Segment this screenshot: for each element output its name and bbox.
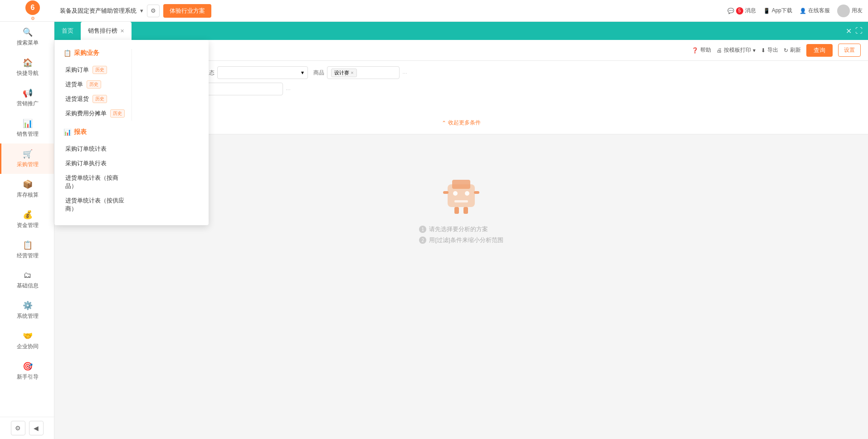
tab-home-label: 首页 [62,27,73,35]
sidebar-settings-btn[interactable]: ⚙ [11,421,25,435]
tab-bar-expand-icon[interactable]: ⛶ [855,27,863,35]
print-label: 按模板打印 [724,46,751,54]
app-download-label: App下载 [772,7,792,15]
refresh-btn[interactable]: ↻ 刷新 [784,46,801,54]
filter-document-status: 单据状态 ▾ [193,66,308,79]
goods-input[interactable]: 设计赛 × [327,66,400,79]
customer-service-item[interactable]: 👤 在线客服 [800,7,830,15]
dropdown-item-goods-receipt[interactable]: 进货单 历史 [63,77,128,92]
goods-more-dots[interactable]: ··· [402,69,407,76]
document-status-select[interactable]: ▾ [217,66,308,79]
tab-bar-right: ✕ ⛶ [846,27,868,35]
search-icon: 🔍 [23,27,33,37]
sidebar-item-quick-nav[interactable]: 🏠 快捷导航 [0,52,54,83]
message-item[interactable]: 💬 5 消息 [727,7,756,15]
sidebar-item-inventory[interactable]: 📦 库存核算 [0,174,54,204]
sidebar-item-sales[interactable]: 📊 销售管理 [0,113,54,143]
sidebar-collapse-btn[interactable]: ◀ [29,421,44,435]
salesperson-input[interactable] [201,83,283,95]
purchase-icon: 🛒 [23,149,33,159]
tab-sales-ranking[interactable]: 销售排行榜 ✕ [81,22,132,40]
purchase-section: 📋 采购业务 采购订单 历史 进货单 历史 进货退货 历史 采购费用分摊单 历史 [60,45,132,124]
empty-icon [434,171,488,216]
user-item[interactable]: 用友 [837,5,863,17]
help-icon: ❓ [692,47,698,54]
svg-point-2 [453,191,458,196]
trial-button[interactable]: 体验行业方案 [163,4,211,18]
dropdown-item-purchase-order-exec[interactable]: 采购订单执行表 [63,156,128,171]
dropdown-item-purchase-order[interactable]: 采购订单 历史 [63,63,128,77]
sidebar-item-purchase[interactable]: 🛒 采购管理 [0,143,54,174]
svg-rect-8 [463,207,468,214]
sidebar: 🔍 搜索菜单 🏠 快捷导航 📢 营销推广 📊 销售管理 🛒 采购管理 📦 库存核… [0,22,54,439]
logo-area: 6 ⚙ [5,0,60,21]
system-title: 装备及固定资产辅助管理系统 [60,7,137,15]
goods-return-label: 进货退货 [65,95,89,103]
home-icon: 🏠 [23,58,33,68]
query-button[interactable]: 查询 [806,44,833,57]
tab-close-icon[interactable]: ✕ [120,28,124,34]
customer-service-label: 在线客服 [808,7,830,15]
sidebar-label-quick-nav: 快捷导航 [17,69,39,77]
sidebar-label-guide: 新手引导 [17,373,39,381]
report-section-icon: 📊 [63,128,71,136]
report-section-title: 📊 报表 [63,128,128,136]
tab-bar-close-icon[interactable]: ✕ [846,27,852,35]
export-btn[interactable]: ⬇ 导出 [761,46,778,54]
section-divider [132,49,132,121]
sidebar-item-system[interactable]: ⚙️ 系统管理 [0,295,54,326]
header-right: 💬 5 消息 📱 App下载 👤 在线客服 用友 [727,5,863,17]
dropdown-item-goods-by-supplier[interactable]: 进货单统计表（按供应商） [63,193,128,216]
print-btn[interactable]: 🖨 按模板打印 ▾ [717,46,756,54]
sidebar-item-guide[interactable]: 🎯 新手引导 [0,356,54,386]
sidebar-item-finance[interactable]: 💰 资金管理 [0,204,54,235]
purchase-section-title: 📋 采购业务 [63,49,128,57]
refresh-icon: ↻ [784,47,788,54]
finance-icon: 💰 [23,210,33,220]
step-2-text: 用[过滤]条件来缩小分析范围 [429,236,503,244]
purchase-order-stats-label: 采购订单统计表 [65,145,107,153]
sidebar-item-marketing[interactable]: 📢 营销推广 [0,83,54,113]
tab-home[interactable]: 首页 [54,22,81,40]
goods-tag: 设计赛 × [331,69,356,77]
salesperson-more-dots[interactable]: ··· [286,86,291,93]
purchase-section-label: 采购业务 [74,49,99,57]
purchase-order-history[interactable]: 历史 [93,66,107,74]
sidebar-item-basic-info[interactable]: 🗂 基础信息 [0,265,54,295]
help-btn[interactable]: ❓ 帮助 [692,46,711,54]
collapse-label: 收起更多条件 [448,119,481,127]
basic-info-icon: 🗂 [24,271,32,280]
document-status-dropdown-icon: ▾ [301,69,304,76]
purchase-order-label: 采购订单 [65,66,89,74]
goods-tag-close[interactable]: × [351,70,353,75]
sidebar-item-operations[interactable]: 📋 经营管理 [0,235,54,265]
purchase-expense-history[interactable]: 历史 [110,109,125,118]
print-dropdown-icon: ▾ [753,47,756,54]
header-dropdown-icon[interactable]: ▾ [140,7,143,14]
header-settings-icon[interactable]: ⚙ [147,5,160,17]
purchase-order-exec-label: 采购订单执行表 [65,159,107,168]
sidebar-item-search[interactable]: 🔍 搜索菜单 [0,22,54,52]
print-icon: 🖨 [717,47,722,54]
collapse-up-icon: ⌃ [442,120,446,126]
goods-receipt-history[interactable]: 历史 [87,80,101,89]
step-1-number: 1 [419,226,426,233]
svg-rect-7 [454,207,459,214]
dropdown-item-goods-return[interactable]: 进货退货 历史 [63,92,128,106]
empty-step-2: 2 用[过滤]条件来缩小分析范围 [419,236,503,244]
sidebar-item-enterprise[interactable]: 🤝 企业协同 [0,326,54,356]
app-download-item[interactable]: 📱 App下载 [763,7,792,15]
message-icon: 💬 [727,8,734,14]
report-section: 📊 报表 采购订单统计表 采购订单执行表 进货单统计表（按商品） 进货单统计表（… [60,124,132,220]
system-icon: ⚙️ [23,301,33,311]
message-badge: 5 [736,7,743,15]
dropdown-item-purchase-expense[interactable]: 采购费用分摊单 历史 [63,106,128,121]
goods-return-history[interactable]: 历史 [93,95,107,103]
sidebar-bottom: ⚙ ◀ [0,417,54,439]
goods-by-product-label: 进货单统计表（按商品） [65,174,126,190]
settings-button[interactable]: 设置 [838,44,861,57]
dropdown-item-purchase-order-stats[interactable]: 采购订单统计表 [63,142,128,156]
svg-rect-1 [452,180,470,189]
dropdown-item-goods-by-product[interactable]: 进货单统计表（按商品） [63,171,128,193]
collapse-button[interactable]: ⌃ 收起更多条件 [442,117,481,128]
